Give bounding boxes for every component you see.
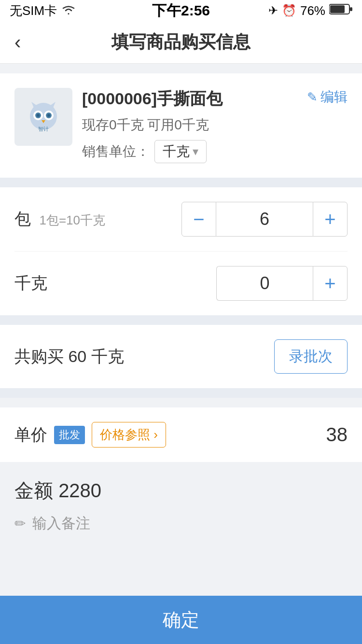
section-divider-1	[0, 178, 362, 187]
wifi-icon	[62, 3, 75, 18]
product-image: 智计	[14, 88, 72, 146]
price-label-row: 单价 批发 价格参照 ›	[14, 422, 166, 448]
product-unit-row: 销售单位： 千克 ▾	[82, 140, 348, 163]
increase-kg-button[interactable]: +	[313, 266, 348, 301]
increase-bao-button[interactable]: +	[313, 202, 348, 237]
product-logo: 智计	[27, 98, 60, 136]
status-right: ✈ ⏰ 76%	[268, 3, 352, 18]
quantity-label-kg: 千克	[14, 272, 216, 294]
section-divider-2	[0, 315, 362, 325]
svg-text:智计: 智计	[38, 126, 49, 132]
svg-point-9	[47, 114, 50, 117]
price-section: 单价 批发 价格参照 › 38	[0, 407, 362, 462]
svg-rect-1	[350, 7, 352, 11]
remark-label: 输入备注	[32, 514, 90, 533]
carrier-text: 无SIM卡	[10, 2, 57, 19]
decrease-bao-button[interactable]: −	[181, 202, 216, 237]
dropdown-arrow-icon: ▾	[193, 145, 198, 158]
price-value: 38	[326, 424, 348, 446]
page-title: 填写商品购买信息	[111, 30, 251, 54]
section-divider-3	[0, 388, 362, 398]
battery-icon	[329, 3, 352, 18]
unit-value: 千克	[163, 142, 190, 161]
remark-row[interactable]: ✏ 输入备注	[14, 514, 348, 533]
pencil-icon: ✏	[14, 516, 26, 532]
status-time: 下午2:56	[152, 1, 210, 21]
nav-bar: ‹ 填写商品购买信息	[0, 21, 362, 64]
quantity-controls-kg: +	[216, 266, 348, 301]
record-batch-button[interactable]: 录批次	[274, 339, 348, 374]
quantity-kg-input[interactable]	[216, 266, 313, 301]
unit-bao: 包	[14, 210, 31, 228]
edit-button[interactable]: ✎ 编辑	[307, 88, 348, 106]
quantity-section: 包 1包=10千克 − + 千克 +	[0, 187, 362, 315]
price-label: 单价	[14, 424, 47, 446]
quantity-controls-bao: − +	[181, 202, 348, 237]
amount-section: 金额 2280 ✏ 输入备注	[0, 463, 362, 548]
edit-label: 编辑	[320, 88, 348, 106]
gps-icon: ✈	[268, 4, 278, 17]
svg-rect-2	[330, 5, 345, 13]
svg-point-8	[37, 114, 40, 117]
quantity-row-bao: 包 1包=10千克 − +	[14, 187, 348, 252]
price-ref-button[interactable]: 价格参照 ›	[92, 422, 166, 448]
amount-label: 金额	[14, 480, 53, 501]
quantity-row-kg: 千克 +	[14, 252, 348, 315]
quantity-label-bao: 包 1包=10千克	[14, 208, 181, 230]
quantity-bao-input[interactable]	[216, 202, 313, 237]
amount-row: 金额 2280	[14, 477, 348, 504]
unit-label: 销售单位：	[82, 142, 150, 161]
status-left: 无SIM卡	[10, 2, 75, 19]
summary-text: 共购买 60 千克	[14, 346, 124, 368]
confirm-button[interactable]: 确定	[0, 596, 362, 644]
amount-number: 2280	[58, 480, 101, 501]
unit-bao-sublabel: 1包=10千克	[39, 213, 105, 227]
unit-kg: 千克	[14, 274, 47, 292]
status-bar: 无SIM卡 下午2:56 ✈ ⏰ 76%	[0, 0, 362, 21]
product-stock: 现存0千克 可用0千克	[82, 116, 348, 134]
product-card: 智计 [0000006]手撕面包 现存0千克 可用0千克 销售单位： 千克 ▾ …	[0, 73, 362, 178]
edit-icon: ✎	[307, 90, 318, 105]
back-button[interactable]: ‹	[14, 31, 21, 53]
price-badge: 批发	[54, 426, 85, 444]
alarm-icon: ⏰	[282, 4, 296, 17]
summary-section: 共购买 60 千克 录批次	[0, 325, 362, 388]
unit-dropdown[interactable]: 千克 ▾	[154, 140, 207, 163]
battery-percent: 76%	[300, 3, 325, 18]
